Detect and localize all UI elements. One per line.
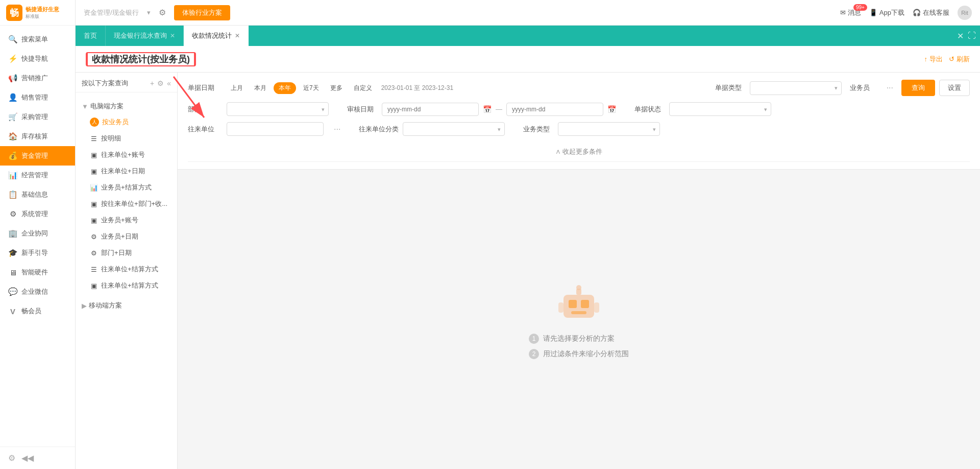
page-header: 收款情况统计(按业务员) ↑ 导出 ↺ 刷新 bbox=[76, 46, 980, 73]
scheme-item-dept-date[interactable]: ⚙ 部门+日期 bbox=[76, 245, 177, 261]
bill-status-select-wrap bbox=[669, 102, 771, 116]
pc-scheme-items: 人 按业务员 ☰ 按明细 ▣ 往来单位+账号 ▣ bbox=[76, 114, 177, 294]
scheme-item-partner-settle2[interactable]: ▣ 往来单位+结算方式 bbox=[76, 277, 177, 294]
hardware-icon: 🖥 bbox=[8, 268, 17, 277]
collapse-panel-icon[interactable]: « bbox=[167, 79, 171, 87]
review-date-wrap: 审核日期 📅 — 📅 bbox=[347, 103, 616, 116]
refresh-icon: ↺ bbox=[949, 55, 954, 63]
date-tab-last-month[interactable]: 上月 bbox=[227, 82, 247, 94]
tabbar-actions: ✕ ⛶ bbox=[957, 31, 980, 41]
logo-icon: 畅 bbox=[6, 5, 22, 21]
tab-home[interactable]: 首页 bbox=[76, 26, 106, 46]
date-tab-7days[interactable]: 近7天 bbox=[299, 82, 323, 94]
tab-bank-flow-label: 现金银行流水查询 bbox=[114, 31, 167, 40]
scheme-item-by-detail[interactable]: ☰ 按明细 bbox=[76, 130, 177, 147]
scheme-group-mobile-header[interactable]: ▶ 移动端方案 bbox=[76, 298, 177, 313]
message-area[interactable]: ✉ 消息 99+ bbox=[840, 8, 861, 17]
sidebar-bottom: ⚙ ◀◀ bbox=[0, 447, 75, 469]
salesman-account-icon: ▣ bbox=[90, 216, 98, 224]
sidebar-item-quick-nav[interactable]: ⚡ 快捷导航 bbox=[0, 49, 75, 68]
partner-dots-icon[interactable]: ··· bbox=[334, 125, 340, 134]
data-tips: 1 请先选择要分析的方案 2 用过滤条件来缩小分析范围 bbox=[529, 334, 629, 359]
logo-text: 畅捷通好生意 标准版 bbox=[26, 6, 59, 20]
date-tab-more[interactable]: 更多 bbox=[326, 82, 347, 94]
tab-receipt-stat-close-icon[interactable]: ✕ bbox=[235, 32, 240, 39]
bill-type-select[interactable] bbox=[750, 81, 842, 95]
dept-select[interactable] bbox=[227, 102, 329, 116]
scheme-item-by-salesman[interactable]: 人 按业务员 bbox=[76, 114, 177, 130]
service-icon: 🎧 bbox=[913, 9, 921, 16]
bill-status-label: 单据状态 bbox=[634, 105, 665, 114]
scheme-group-pc: ▼ 电脑端方案 人 按业务员 ☰ 按明细 ▣ bbox=[76, 97, 177, 296]
sidebar-item-basic[interactable]: 📋 基础信息 bbox=[0, 185, 75, 204]
scheme-item-partner-account[interactable]: ▣ 往来单位+账号 bbox=[76, 147, 177, 163]
data-tip-2: 2 用过滤条件来缩小分析范围 bbox=[529, 349, 629, 359]
service-area[interactable]: 🎧 在线客服 bbox=[913, 8, 949, 17]
sidebar-item-search[interactable]: 🔍 搜索菜单 bbox=[0, 30, 75, 49]
review-date-start[interactable] bbox=[382, 103, 479, 116]
scheme-item-salesman-date[interactable]: ⚙ 业务员+日期 bbox=[76, 228, 177, 245]
scheme-item-partner-date[interactable]: ▣ 往来单位+日期 bbox=[76, 163, 177, 179]
settings-bottom-icon[interactable]: ⚙ bbox=[8, 453, 15, 463]
scheme-list: ▼ 电脑端方案 人 按业务员 ☰ 按明细 ▣ bbox=[76, 92, 177, 319]
tab-bank-flow-close-icon[interactable]: ✕ bbox=[170, 32, 175, 39]
scheme-item-salesman-settle[interactable]: 📊 业务员+结算方式 bbox=[76, 179, 177, 196]
partner-category-wrap: 往来单位分类 bbox=[359, 122, 505, 136]
review-date-end[interactable] bbox=[506, 103, 603, 116]
sales-icon: 👤 bbox=[8, 93, 17, 102]
biz-type-select[interactable] bbox=[558, 122, 660, 136]
close-all-tabs-btn[interactable]: ✕ bbox=[957, 31, 964, 41]
salesman-wrap: 业务员 ··· bbox=[850, 83, 893, 92]
wechat-icon: 💬 bbox=[8, 287, 17, 296]
scheme-group-pc-header[interactable]: ▼ 电脑端方案 bbox=[76, 99, 177, 114]
date-tab-this-year[interactable]: 本年 bbox=[274, 82, 296, 94]
sidebar-item-sales[interactable]: 👤 销售管理 bbox=[0, 88, 75, 107]
sidebar-item-purchase[interactable]: 🛒 采购管理 bbox=[0, 107, 75, 127]
sidebar-item-stock[interactable]: 🏠 库存核算 bbox=[0, 127, 75, 146]
sidebar-item-corp[interactable]: 🏢 企业协同 bbox=[0, 224, 75, 243]
tip-text-1: 请先选择要分析的方案 bbox=[543, 334, 615, 343]
bill-type-wrap: 单据类型 bbox=[715, 81, 842, 95]
sidebar-item-marketing[interactable]: 📢 营销推广 bbox=[0, 68, 75, 88]
scheme-item-partner-settle1[interactable]: ☰ 往来单位+结算方式 bbox=[76, 261, 177, 277]
tab-receipt-stat[interactable]: 收款情况统计 ✕ bbox=[184, 26, 249, 46]
filter-row-1: 单据日期 上月 本月 本年 近7天 更多 自定义 2023-01-01 至 20… bbox=[188, 80, 970, 96]
sidebar-item-system[interactable]: ⚙ 系统管理 bbox=[0, 204, 75, 224]
user-avatar[interactable]: Rit bbox=[958, 6, 972, 20]
scheme-settings-icon[interactable]: ⚙ bbox=[157, 79, 164, 87]
scheme-item-partner-dept[interactable]: ▣ 按往来单位+部门+收... bbox=[76, 196, 177, 212]
refresh-btn[interactable]: ↺ 刷新 bbox=[949, 55, 970, 64]
date-tab-custom[interactable]: 自定义 bbox=[350, 82, 376, 94]
query-button[interactable]: 查询 bbox=[901, 80, 935, 96]
tip-text-2: 用过滤条件来缩小分析范围 bbox=[543, 349, 629, 359]
app-download-area[interactable]: 📱 App下载 bbox=[869, 8, 904, 17]
sidebar-nav: 🔍 搜索菜单 ⚡ 快捷导航 📢 营销推广 👤 销售管理 🛒 采购管理 🏠 库存核… bbox=[0, 26, 75, 447]
bill-type-select-wrap bbox=[750, 81, 842, 95]
collapse-bar[interactable]: ∧ 收起更多条件 bbox=[188, 142, 970, 162]
sidebar-item-operation[interactable]: 📊 经营管理 bbox=[0, 166, 75, 185]
sidebar-item-guide[interactable]: 🎓 新手引导 bbox=[0, 243, 75, 263]
sidebar-item-wechat[interactable]: 💬 企业微信 bbox=[0, 282, 75, 301]
partner-category-select-wrap bbox=[403, 122, 505, 136]
topbar-gear-icon[interactable]: ⚙ bbox=[159, 8, 166, 17]
add-scheme-icon[interactable]: + bbox=[150, 79, 154, 87]
collapse-sidebar-icon[interactable]: ◀◀ bbox=[21, 453, 34, 463]
sidebar-item-hardware[interactable]: 🖥 智能硬件 bbox=[0, 263, 75, 282]
sidebar-item-member[interactable]: V 畅会员 bbox=[0, 301, 75, 321]
maximize-btn[interactable]: ⛶ bbox=[968, 31, 976, 40]
partner-category-select[interactable] bbox=[403, 122, 505, 136]
scheme-item-salesman-account[interactable]: ▣ 业务员+账号 bbox=[76, 212, 177, 228]
date-tab-this-month[interactable]: 本月 bbox=[250, 82, 271, 94]
sidebar-item-finance[interactable]: 💰 资金管理 bbox=[0, 146, 75, 166]
tab-home-label: 首页 bbox=[84, 31, 97, 40]
bill-status-select[interactable] bbox=[669, 102, 771, 116]
robot-icon bbox=[556, 279, 602, 325]
partner-input[interactable] bbox=[227, 122, 324, 136]
calendar-end-icon: 📅 bbox=[607, 105, 616, 113]
settings-button[interactable]: 设置 bbox=[939, 80, 970, 96]
tab-bank-flow[interactable]: 现金银行流水查询 ✕ bbox=[106, 26, 184, 46]
trial-btn[interactable]: 体验行业方案 bbox=[174, 5, 230, 20]
export-btn[interactable]: ↑ 导出 bbox=[924, 55, 943, 64]
member-icon: V bbox=[8, 307, 17, 316]
filter-row-2: 部门 审核日期 📅 — 📅 单据 bbox=[188, 102, 970, 116]
